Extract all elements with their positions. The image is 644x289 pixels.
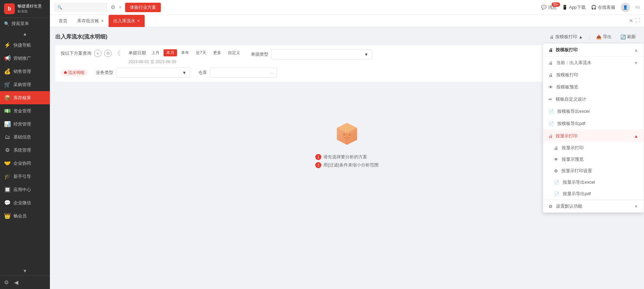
- trial-button[interactable]: 体验行业方案: [125, 3, 161, 12]
- dropdown-template-export-pdf[interactable]: 📄 按模板导出pdf: [543, 117, 644, 130]
- display-print-item[interactable]: 🖨 按显示打印: [543, 142, 644, 154]
- expand-btn[interactable]: ⛶: [635, 18, 640, 24]
- sidebar-item-wechat[interactable]: 💬 企业微信: [0, 196, 50, 209]
- date-opt-custom[interactable]: 自定义: [225, 49, 243, 56]
- sidebar-item-inventory[interactable]: 📦 库存核算: [0, 91, 50, 104]
- sidebar: b 畅捷通好生意 标准版 🔍 搜索菜单 ▲ ⚡ 快捷导航 📢 营销推广 💰 销售…: [0, 0, 50, 289]
- date-opt-more[interactable]: 更多: [210, 49, 224, 56]
- tip-num-1: 1: [315, 154, 321, 160]
- sidebar-item-marketing[interactable]: 📢 营销推广: [0, 52, 50, 65]
- collapse-sidebar-icon[interactable]: ◀: [14, 279, 18, 286]
- topbar-search[interactable]: 🔍: [54, 3, 108, 12]
- sidebar-item-label: 库存核算: [13, 95, 31, 101]
- tip-num-2: 2: [315, 162, 321, 168]
- date-opt-this-year[interactable]: 本年: [178, 49, 192, 56]
- display-print-settings-item[interactable]: ⚙ 按显示打印设置: [543, 165, 644, 177]
- empty-tips: 1 请先选择要分析的方案 2 用[过滤]条件来缩小分析范围: [315, 152, 378, 168]
- template-custom-icon: ✏: [549, 97, 552, 102]
- date-opt-7days[interactable]: 近7天: [193, 49, 209, 56]
- app-download-btn[interactable]: 📱 App下载: [562, 4, 585, 10]
- finance-icon: 💵: [4, 108, 11, 114]
- date-opt-this-month[interactable]: 本月: [164, 49, 177, 56]
- export-button[interactable]: 📤 导出: [593, 32, 614, 41]
- display-section-label: 按显示打印: [556, 133, 578, 139]
- topbar-search-icon: 🔍: [57, 5, 62, 10]
- tab-inout-flow[interactable]: 出入库流水 ×: [109, 15, 145, 27]
- dropdown-template-print[interactable]: 🖨 按模板打印: [543, 69, 644, 81]
- dropdown-footer-item[interactable]: ⚙ 设置默认功能 ▼: [543, 200, 644, 212]
- refresh-icon: 🔄: [620, 34, 626, 40]
- filter-section-label: 按以下方案查询: [61, 50, 91, 56]
- date-options: 上月 本月 本年 近7天 更多 自定义: [149, 49, 243, 56]
- display-preview-item[interactable]: 👁 按显示预览: [543, 154, 644, 165]
- display-export-excel-label: 按显示导出excel: [563, 179, 595, 185]
- sidebar-item-label: 经营管理: [13, 121, 31, 127]
- warehouse-section: 仓库 ···: [198, 68, 277, 78]
- dropdown-template-preview[interactable]: 👁 按模板预览: [543, 81, 644, 93]
- dropdown-template-custom[interactable]: ✏ 模板自定义设计: [543, 93, 644, 105]
- sidebar-item-basic[interactable]: 🗂 基础信息: [0, 131, 50, 143]
- display-print-label: 按显示打印: [562, 145, 584, 151]
- sidebar-item-system[interactable]: ⚙ 系统管理: [0, 143, 50, 157]
- dropdown-current-label: 当前：出入库流水: [556, 60, 591, 66]
- display-section-header[interactable]: 🖨 按显示打印 ▲: [543, 130, 644, 142]
- display-section: 🖨 按显示打印 ▲ 🖨 按显示打印 👁 按显示预览 ⚙ 按显示打印设置: [543, 130, 644, 200]
- settings-icon[interactable]: ⚙: [4, 279, 9, 286]
- template-preview-label: 按模板预览: [556, 84, 578, 90]
- warehouse-more-btn[interactable]: ···: [270, 70, 273, 75]
- online-service-btn[interactable]: 🎧 在线客服: [591, 4, 615, 10]
- user-name: Rit: [636, 5, 640, 9]
- warehouse-select[interactable]: ···: [210, 68, 277, 78]
- sidebar-search[interactable]: 🔍 搜索菜单: [0, 18, 50, 29]
- sidebar-item-enterprise[interactable]: 🤝 企业协同: [0, 157, 50, 170]
- type-label: 单据类型: [251, 51, 268, 57]
- display-export-excel-icon: 📄: [554, 180, 559, 185]
- tab-batch-account[interactable]: 库存批次账 ×: [72, 15, 109, 27]
- sidebar-item-apps[interactable]: 🔲 应用中心: [0, 183, 50, 196]
- business-type-select[interactable]: ▼: [116, 68, 190, 78]
- sidebar-item-sales[interactable]: 💰 销售管理: [0, 65, 50, 78]
- page-header: 出入库流水(流水明细) 🖨 按模板打印 ▲ | 📤 导出 🔄 刷新: [55, 32, 639, 41]
- add-filter-button[interactable]: +: [94, 50, 101, 57]
- tab-inout-flow-close[interactable]: ×: [137, 19, 140, 23]
- sidebar-item-label: 新手引导: [13, 174, 31, 180]
- export-icon: 📤: [596, 34, 602, 40]
- display-export-excel-item[interactable]: 📄 按显示导出excel: [543, 177, 644, 188]
- avatar[interactable]: 👤: [621, 3, 630, 12]
- dropdown-current-item[interactable]: 🖨 当前：出入库流水 ▼: [543, 57, 644, 69]
- sidebar-item-finance[interactable]: 💵 资金管理: [0, 104, 50, 117]
- sidebar-item-quick-nav[interactable]: ⚡ 快捷导航: [0, 38, 50, 52]
- close-window-btn[interactable]: ✕: [629, 18, 633, 24]
- tab-batch-account-close[interactable]: ×: [101, 19, 104, 23]
- print-button[interactable]: 🖨 按模板打印 ▲: [547, 32, 586, 41]
- message-btn[interactable]: 💬 消息 99+: [541, 4, 557, 10]
- tab-inout-flow-label: 出入库流水: [113, 18, 135, 24]
- refresh-label: 刷新: [627, 34, 636, 40]
- online-service-label: 在线客服: [598, 4, 615, 10]
- tab-home[interactable]: 首页: [54, 15, 72, 27]
- topbar-gear-icon[interactable]: ⚙: [111, 4, 115, 10]
- dropdown-template-export-excel[interactable]: 📄 按模板导出excel: [543, 105, 644, 117]
- type-select[interactable]: ▼: [271, 49, 372, 59]
- flow-detail-tag[interactable]: 流水明细: [61, 69, 88, 76]
- display-export-pdf-item[interactable]: 📄 按显示导出pdf: [543, 188, 644, 200]
- sidebar-item-purchase[interactable]: 🛒 采购管理: [0, 78, 50, 91]
- display-preview-icon: 👁: [554, 157, 558, 162]
- dropdown-collapse-btn[interactable]: ▲: [634, 48, 638, 53]
- scroll-up-btn[interactable]: ▲: [22, 30, 29, 38]
- scroll-down-btn[interactable]: ▼: [22, 267, 29, 275]
- sidebar-item-guide[interactable]: 🎓 新手引导: [0, 170, 50, 183]
- refresh-button[interactable]: 🔄 刷新: [618, 32, 639, 41]
- filter-settings-button[interactable]: ⚙: [104, 50, 112, 57]
- sidebar-nav: ⚡ 快捷导航 📢 营销推广 💰 销售管理 🛒 采购管理 📦 库存核算 💵 资金管…: [0, 38, 50, 266]
- marketing-icon: 📢: [4, 55, 11, 61]
- sidebar-item-label: 企业微信: [13, 200, 31, 206]
- collapse-filter-btn[interactable]: 《: [114, 49, 120, 57]
- message-badge: 99+: [552, 2, 560, 7]
- main-area: 🔍 ⚙ ▼ 体验行业方案 💬 消息 99+ 📱 App下载 🎧 在线客服 👤: [50, 0, 644, 289]
- date-opt-last-month[interactable]: 上月: [149, 49, 162, 56]
- sidebar-item-member[interactable]: 👑 畅会员: [0, 209, 50, 222]
- sidebar-item-operations[interactable]: 📊 经营管理: [0, 117, 50, 131]
- apps-icon: 🔲: [4, 186, 11, 193]
- empty-illustration: [330, 113, 364, 147]
